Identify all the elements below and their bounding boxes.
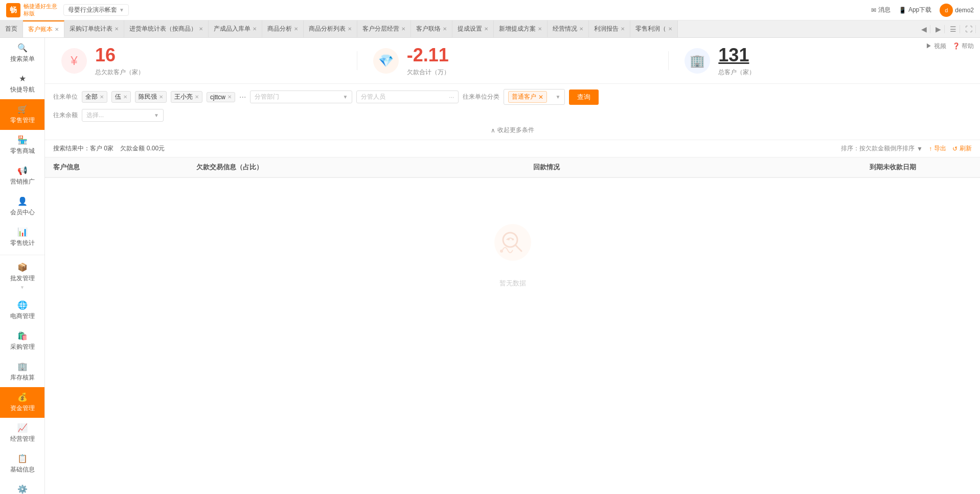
sidebar-item-sys-mgmt[interactable]: ⚙️ 系统管理 (0, 479, 44, 494)
tab-customer-tier[interactable]: 客户分层经营 ✕ (357, 20, 411, 37)
sidebar-item-member[interactable]: 👤 会员中心 (0, 191, 44, 222)
tab-purchase-stat[interactable]: 进货单统计表（按商品） ✕ (124, 20, 209, 37)
balance-selector[interactable]: 选择... ▼ (82, 109, 164, 122)
tab-new-raise[interactable]: 新增提成方案 ✕ (494, 20, 548, 37)
tab-close-retail-profit[interactable]: ✕ (668, 26, 672, 32)
result-actions: 排序：按欠款金额倒序排序 ▼ ↑ 导出 ↺ 刷新 (841, 144, 972, 153)
dept-chevron: ▼ (343, 94, 348, 100)
tab-raise-settings[interactable]: 提成设置 ✕ (452, 20, 494, 37)
star-icon: ★ (19, 74, 26, 83)
tab-profit-report[interactable]: 利润报告 ✕ (589, 20, 630, 37)
balance-chevron: ▼ (154, 113, 159, 118)
sidebar-item-retail-mall[interactable]: 🏪 零售商城 (0, 130, 44, 161)
tab-close-goods-analysis[interactable]: ✕ (294, 26, 298, 32)
search-result-text: 搜索结果中：客户 0家 欠款金额 0.00元 (53, 144, 165, 153)
tab-close-raise-settings[interactable]: ✕ (484, 26, 488, 32)
tab-fullscreen-btn[interactable]: ⛶ (962, 25, 976, 33)
dept-selector[interactable]: 分管部门 ▼ (250, 91, 352, 103)
phone-icon: 📱 (899, 7, 906, 14)
account-selector[interactable]: 母婴行业演示帐套 ▼ (63, 4, 129, 16)
category-label: 往来单位分类 (463, 93, 499, 101)
filter-add-unit[interactable]: ··· (239, 93, 246, 102)
close-icon-chen[interactable]: ✕ (159, 94, 163, 100)
tab-retail-profit[interactable]: 零售利润（ ✕ (630, 20, 678, 37)
tab-prev-btn[interactable]: ◀ (918, 25, 930, 33)
export-icon: ↑ (929, 145, 932, 152)
sidebar-item-purchase[interactable]: 🛍️ 采购管理 (0, 326, 44, 356)
sidebar-item-retail-stat[interactable]: 📊 零售统计 (0, 222, 44, 253)
inventory-icon: 🏢 (17, 362, 28, 371)
close-icon-wang[interactable]: ✕ (195, 94, 199, 100)
filter-tag-unit-all[interactable]: 全部 ✕ (82, 91, 107, 103)
export-btn[interactable]: ↑ 导出 (929, 144, 946, 153)
person-selector[interactable]: 分管人员 ··· (356, 91, 459, 103)
tab-close-purchase-stat[interactable]: ✕ (199, 26, 203, 32)
tab-goods-analysis-list[interactable]: 商品分析列表 ✕ (304, 20, 357, 37)
tab-cost-in[interactable]: 产成品入库单 ✕ (209, 20, 262, 37)
filter-tag-wu[interactable]: 伍 ✕ (111, 91, 131, 103)
filter-tag-chen[interactable]: 陈民强 ✕ (135, 91, 167, 103)
sidebar-item-ecommerce[interactable]: 🌐 电商管理 (0, 295, 44, 326)
tab-close-operation-status[interactable]: ✕ (579, 26, 583, 32)
tab-close-new-raise[interactable]: ✕ (538, 26, 542, 32)
search-icon: 🔍 (17, 43, 28, 53)
category-tag[interactable]: 普通客户 ✕ (508, 91, 547, 103)
col-due-date: 到期未收款日期 (870, 163, 972, 172)
tab-close-cost-in[interactable]: ✕ (253, 26, 257, 32)
tab-close-purchase-order[interactable]: ✕ (115, 26, 119, 32)
sidebar-item-operation[interactable]: 📈 经营管理 (0, 418, 44, 448)
marketing-icon: 📢 (17, 166, 28, 175)
sidebar-item-finance[interactable]: 💰 资金管理 (0, 387, 44, 418)
tab-home[interactable]: 首页 (0, 20, 23, 37)
svg-point-5 (500, 250, 503, 253)
basic-info-icon: 📋 (17, 454, 28, 463)
filter-tag-wang[interactable]: 王小亮 ✕ (171, 91, 202, 103)
tab-purchase-order[interactable]: 采购订单统计表 ✕ (64, 20, 124, 37)
app-download-btn[interactable]: 📱 App下载 (899, 6, 931, 14)
chevron-down-icon: ▼ (119, 7, 124, 13)
close-icon-wu[interactable]: ✕ (123, 94, 127, 100)
operation-icon: 📈 (17, 423, 28, 433)
category-chevron: ▼ (555, 94, 560, 100)
sidebar-item-wholesale[interactable]: 📦 批发管理 ▼ (0, 257, 44, 295)
balance-label: 往来余额 (53, 111, 78, 120)
query-btn[interactable]: 查询 (569, 89, 599, 105)
filter-tag-cjttcw[interactable]: cjttcw ✕ (207, 92, 235, 102)
empty-text: 暂无数据 (499, 279, 526, 288)
sort-btn[interactable]: 排序：按欠款金额倒序排序 ▼ (841, 144, 923, 153)
tab-menu-btn[interactable]: ☰ (947, 25, 960, 33)
sidebar-quick-nav[interactable]: ★ 快捷导航 (0, 69, 44, 99)
member-icon: 👤 (17, 196, 28, 206)
result-info: 搜索结果中：客户 0家 欠款金额 0.00元 (53, 144, 165, 153)
tab-close-customer-tier[interactable]: ✕ (401, 26, 405, 32)
tab-goods-analysis[interactable]: 商品分析 ✕ (262, 20, 304, 37)
stat-num-total: 131 (718, 44, 755, 66)
person-clear[interactable]: ··· (449, 94, 454, 101)
tab-close-goods-analysis-list[interactable]: ✕ (348, 26, 352, 32)
tab-customer-contact[interactable]: 客户联络 ✕ (411, 20, 452, 37)
close-icon[interactable]: ✕ (100, 94, 104, 100)
sidebar-item-marketing[interactable]: 📢 营销推广 (0, 161, 44, 191)
filter-bar: 往来单位 全部 ✕ 伍 ✕ 陈民强 ✕ 王小亮 ✕ (45, 84, 980, 140)
sidebar-search[interactable]: 🔍 搜索菜单 (0, 38, 44, 69)
tab-close-customer-contact[interactable]: ✕ (443, 26, 447, 32)
stat-icon-3: 🏢 (685, 48, 710, 74)
refresh-icon: ↺ (952, 145, 958, 152)
tab-controls: ◀ ▶ ☰ ⛶ (914, 25, 980, 33)
sidebar-item-inventory[interactable]: 🏢 库存核算 (0, 356, 44, 387)
tab-customer-account[interactable]: 客户账本 ✕ (23, 20, 64, 37)
tab-operation-status[interactable]: 经营情况 ✕ (548, 20, 589, 37)
tab-next-btn[interactable]: ▶ (932, 25, 945, 33)
sidebar-item-retail-mgmt[interactable]: 🛒 零售管理 (0, 99, 44, 130)
sidebar-item-basic-info[interactable]: 📋 基础信息 (0, 448, 44, 479)
message-btn[interactable]: ✉ 消息 (871, 6, 891, 14)
user-btn[interactable]: d demo2 (940, 4, 974, 17)
tab-close-customer-account[interactable]: ✕ (55, 27, 59, 32)
close-icon-category[interactable]: ✕ (538, 94, 543, 101)
refresh-btn[interactable]: ↺ 刷新 (952, 144, 972, 153)
stat-icon-1: ¥ (61, 48, 87, 74)
category-selector[interactable]: 普通客户 ✕ ▼ (504, 89, 565, 105)
close-icon-cjttcw[interactable]: ✕ (227, 94, 232, 100)
collapse-btn[interactable]: ∧ 收起更多条件 (53, 126, 972, 134)
tab-close-profit-report[interactable]: ✕ (621, 26, 625, 32)
